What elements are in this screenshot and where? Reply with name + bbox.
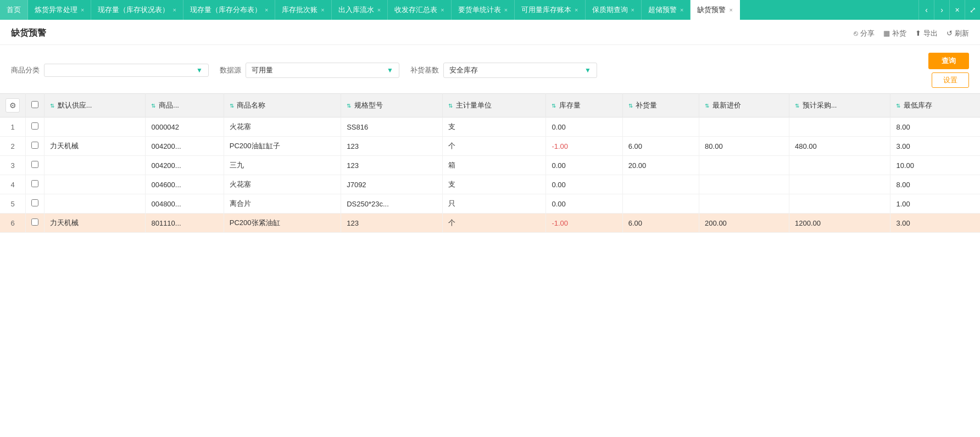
tab-next-btn[interactable]: › [934,0,949,20]
row-product-name: PC200油缸缸子 [224,137,341,156]
tab-inventory-dist[interactable]: 现存量（库存分布表） × [183,0,275,20]
tab-receive-summary[interactable]: 收发存汇总表 × [388,0,451,20]
row-checkbox-cell [26,117,44,137]
setting-button[interactable]: 设置 [932,72,969,88]
tab-close-inventory-dist[interactable]: × [265,7,268,13]
tab-shortage[interactable]: 缺货预警 × [691,0,739,20]
row-checkbox[interactable] [31,122,38,130]
col-settings: ⚙ [0,94,26,117]
row-num: 6 [0,214,26,233]
row-min-stock: 1.00 [890,194,980,214]
row-replenish-qty: 20.00 [622,156,699,175]
row-estimated-purchase [789,194,890,214]
row-estimated-purchase [789,175,890,194]
col-supplier: ⇅ 默认供应... [44,94,146,117]
tab-inventory-status[interactable]: 现存量（库存状况表） × [91,0,183,20]
row-product-code: 004600... [146,175,224,194]
tab-flow[interactable]: 出入库流水 × [332,0,388,20]
row-checkbox[interactable] [31,180,38,187]
row-product-name: 火花塞 [224,117,341,137]
tab-overstock[interactable]: 超储预警 × [642,0,691,20]
row-num: 2 [0,137,26,156]
tab-home[interactable]: 首页 [0,0,28,20]
tab-close-inventory-status[interactable]: × [172,7,176,13]
row-checkbox[interactable] [31,161,38,168]
category-dropdown-icon: ▼ [196,66,203,74]
select-all-checkbox[interactable] [31,101,38,108]
row-min-stock: 10.00 [890,156,980,175]
table-row: 5 004800... 离合片 DS250*23c... 只 0.00 1.00 [0,194,980,214]
tab-prev-btn[interactable]: ‹ [918,0,934,20]
replenish-label: 补货基数 [410,65,439,75]
row-checkbox-cell [26,194,44,214]
tab-close-overstock[interactable]: × [680,7,683,13]
row-min-stock: 8.00 [890,175,980,194]
tab-close-exception[interactable]: × [81,7,84,13]
category-select[interactable]: ▼ [44,64,209,77]
tab-close-all-btn[interactable]: × [949,0,965,20]
tab-close-flow[interactable]: × [377,7,381,13]
tab-bar: 首页 炼货异常处理 × 现存量（库存状况表） × 现存量（库存分布表） × 库存… [0,0,980,20]
replenish-select-value: 安全库存 [449,65,478,75]
row-supplier: 力天机械 [44,137,146,156]
table-body: 1 0000042 火花塞 SS816 支 0.00 8.00 2 力天机械 0… [0,117,980,233]
table-row: 3 004200... 三九 123 箱 0.00 20.00 10.00 [0,156,980,175]
estimated-purchase-sort-icon: ⇅ [795,103,799,109]
row-min-stock: 3.00 [890,137,980,156]
tab-available-ledger[interactable]: 可用量库存账本 × [515,0,585,20]
tab-close-expiry[interactable]: × [631,7,634,13]
row-checkbox[interactable] [31,199,38,206]
row-replenish-qty [622,194,699,214]
tab-demand-stats[interactable]: 要货单统计表 × [452,0,515,20]
row-spec: DS250*23c... [341,194,443,214]
row-supplier [44,117,146,137]
row-spec: 123 [341,137,443,156]
row-stock: 0.00 [546,117,622,137]
row-latest-price: 80.00 [699,137,789,156]
filter-actions: 查询 设置 [928,53,969,88]
row-checkbox[interactable] [31,218,38,226]
tab-close-available-ledger[interactable]: × [575,7,578,13]
row-unit: 个 [442,214,546,233]
tab-fullscreen-btn[interactable]: ⤢ [965,0,980,20]
row-product-code: 801110... [146,214,224,233]
col-product-name: ⇅ 商品名称 [224,94,341,117]
table-container: ⚙ ⇅ 默认供应... ⇅ 商品... ⇅ 商品名称 [0,93,980,233]
column-settings-btn[interactable]: ⚙ [5,98,20,113]
unit-sort-icon: ⇅ [448,103,453,109]
share-icon: ⎋ [854,29,858,37]
replenish-qty-sort-icon: ⇅ [628,103,633,109]
datasource-select[interactable]: 可用量 ▼ [246,63,399,78]
replenish-select[interactable]: 安全库存 ▼ [443,63,597,78]
tab-close-demand-stats[interactable]: × [504,7,508,13]
replenish-icon: ▦ [883,29,890,37]
tab-exception[interactable]: 炼货异常处理 × [28,0,91,20]
tab-close-receive-summary[interactable]: × [441,7,444,13]
row-spec: 123 [341,156,443,175]
row-stock: 0.00 [546,156,622,175]
query-button[interactable]: 查询 [928,53,969,69]
row-min-stock: 8.00 [890,117,980,137]
row-stock: 0.00 [546,175,622,194]
supplier-sort-icon: ⇅ [50,103,54,109]
row-product-name: 火花塞 [224,175,341,194]
category-label: 商品分类 [11,65,40,75]
tab-expiry[interactable]: 保质期查询 × [586,0,642,20]
row-product-code: 004200... [146,137,224,156]
product-code-sort-icon: ⇅ [151,103,155,109]
row-stock: -1.00 [546,137,622,156]
export-btn[interactable]: ⬆ 导出 [915,29,938,38]
share-btn[interactable]: ⎋ 分享 [854,29,875,38]
datasource-filter-group: 数据源 可用量 ▼ [220,63,399,78]
row-latest-price [699,156,789,175]
tab-close-shortage[interactable]: × [729,7,732,13]
product-name-sort-icon: ⇅ [230,103,234,109]
tab-close-batch-account[interactable]: × [321,7,324,13]
spec-sort-icon: ⇅ [347,103,351,109]
datasource-select-value: 可用量 [252,65,273,75]
replenish-btn[interactable]: ▦ 补货 [883,29,906,38]
row-checkbox[interactable] [31,142,38,149]
refresh-btn[interactable]: ↺ 刷新 [946,29,969,38]
row-latest-price: 200.00 [699,214,789,233]
tab-batch-account[interactable]: 库存批次账 × [275,0,331,20]
